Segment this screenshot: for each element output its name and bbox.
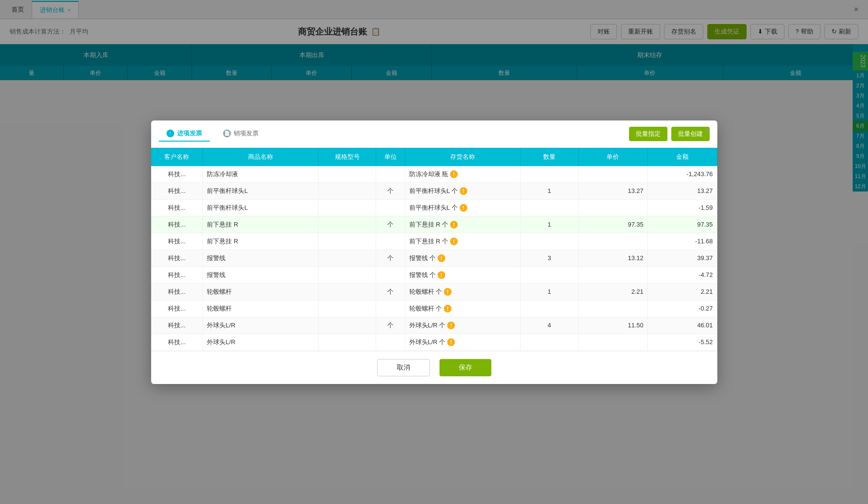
cell-amount: 2.21	[648, 283, 717, 300]
cell-price: 13.27	[578, 182, 647, 199]
table-row[interactable]: 科技... 外球头L/R 外球头L/R 个 ! -5.52	[151, 334, 717, 350]
cell-spec	[319, 166, 376, 183]
cell-unit: 个	[376, 182, 405, 199]
col-amount: 金额	[648, 148, 717, 166]
cell-customer: 科技...	[151, 250, 203, 266]
cell-qty	[521, 199, 578, 216]
table-row[interactable]: 科技... 轮毂螺杆 个 轮毂螺杆 个 ! 1 2.21 2.21	[151, 283, 717, 300]
cell-customer: 科技...	[151, 199, 203, 216]
cell-amount: -11.68	[648, 233, 717, 250]
cell-inventory: 防冻冷却液 瓶 !	[405, 166, 521, 183]
cell-product: 报警线	[203, 266, 319, 283]
tab-outgoing-invoice[interactable]: 📄 销项发票	[215, 126, 266, 142]
modal-close-button[interactable]: ×	[705, 125, 711, 135]
table-row[interactable]: 科技... 报警线 个 报警线 个 ! 3 13.12 39.37	[151, 250, 717, 266]
cell-inventory: 报警线 个 !	[405, 266, 521, 283]
cell-product: 前下悬挂 R	[203, 216, 319, 233]
cell-spec	[319, 317, 376, 334]
cell-unit	[376, 300, 405, 317]
cell-amount: 39.37	[648, 250, 717, 266]
cell-customer: 科技...	[151, 182, 203, 199]
table-row[interactable]: 科技... 轮毂螺杆 轮毂螺杆 个 ! -0.27	[151, 300, 717, 317]
warn-icon: !	[447, 322, 455, 329]
cell-inventory: 外球头L/R 个 !	[405, 334, 521, 350]
warn-icon: !	[447, 338, 455, 346]
cell-product: 外球头L/R	[203, 334, 319, 350]
outgoing-invoice-icon: 📄	[223, 130, 231, 137]
cell-unit	[376, 166, 405, 183]
col-customer: 客户名称	[151, 148, 203, 166]
cell-inventory: 前下悬挂 R 个 !	[405, 216, 521, 233]
cell-inventory: 报警线 个 !	[405, 250, 521, 266]
table-row[interactable]: 科技... 前下悬挂 R 个 前下悬挂 R 个 ! 1 97.35 97.35	[151, 216, 717, 233]
warn-icon: !	[450, 170, 458, 178]
table-row[interactable]: 科技... 前下悬挂 R 前下悬挂 R 个 ! -11.68	[151, 233, 717, 250]
cancel-button[interactable]: 取消	[377, 359, 430, 376]
modal-header: ↑ 进项发票 📄 销项发票 批量指定 批量创建 ×	[151, 120, 717, 148]
invoice-table: 客户名称 商品名称 规格型号 单位 存货名称 数量 单价 金额 科技... 防冻…	[151, 148, 717, 351]
cell-spec	[319, 233, 376, 250]
cell-customer: 科技...	[151, 216, 203, 233]
table-row[interactable]: 科技... 外球头L/R 个 外球头L/R 个 ! 4 11.50 46.01	[151, 317, 717, 334]
cell-price: 2.21	[578, 283, 647, 300]
cell-price	[578, 199, 647, 216]
cell-qty	[521, 266, 578, 283]
cell-amount: -4.72	[648, 266, 717, 283]
cell-spec	[319, 283, 376, 300]
cell-unit	[376, 334, 405, 350]
cell-customer: 科技...	[151, 317, 203, 334]
cell-qty: 1	[521, 216, 578, 233]
warn-icon: !	[438, 254, 445, 262]
batch-assign-button[interactable]: 批量指定	[629, 127, 667, 141]
cell-spec	[319, 216, 376, 233]
cell-amount: -1.59	[648, 199, 717, 216]
table-row[interactable]: 科技... 前平衡杆球头L 个 前平衡杆球头L 个 ! 1 13.27 13.2…	[151, 182, 717, 199]
col-inventory: 存货名称	[405, 148, 521, 166]
table-row[interactable]: 科技... 防冻冷却液 防冻冷却液 瓶 ! -1,243.76	[151, 166, 717, 183]
cell-unit	[376, 266, 405, 283]
tab-incoming-invoice[interactable]: ↑ 进项发票	[159, 126, 210, 142]
warn-icon: !	[438, 271, 445, 279]
cell-product: 轮毂螺杆	[203, 283, 319, 300]
cell-amount: -5.52	[648, 334, 717, 350]
cell-customer: 科技...	[151, 334, 203, 350]
cell-qty	[521, 166, 578, 183]
modal-header-actions: 批量指定 批量创建	[629, 127, 710, 141]
cell-customer: 科技...	[151, 300, 203, 317]
cell-amount: 13.27	[648, 182, 717, 199]
cell-amount: -0.27	[648, 300, 717, 317]
table-row[interactable]: 科技... 报警线 报警线 个 ! -4.72	[151, 266, 717, 283]
cell-inventory: 轮毂螺杆 个 !	[405, 300, 521, 317]
cell-spec	[319, 266, 376, 283]
col-qty: 数量	[521, 148, 578, 166]
cell-price	[578, 300, 647, 317]
cell-qty: 4	[521, 317, 578, 334]
cell-customer: 科技...	[151, 166, 203, 183]
modal-table-wrap[interactable]: 客户名称 商品名称 规格型号 单位 存货名称 数量 单价 金额 科技... 防冻…	[151, 148, 717, 351]
save-button[interactable]: 保存	[440, 359, 491, 376]
warn-icon: !	[460, 204, 467, 212]
cell-spec	[319, 300, 376, 317]
cell-product: 前下悬挂 R	[203, 233, 319, 250]
cell-product: 前平衡杆球头L	[203, 182, 319, 199]
cell-qty: 1	[521, 182, 578, 199]
batch-create-button[interactable]: 批量创建	[671, 127, 710, 141]
cell-price	[578, 334, 647, 350]
cell-customer: 科技...	[151, 283, 203, 300]
cell-spec	[319, 250, 376, 266]
cell-qty	[521, 233, 578, 250]
cell-price	[578, 166, 647, 183]
cell-customer: 科技...	[151, 233, 203, 250]
cell-price: 11.50	[578, 317, 647, 334]
modal-footer: 取消 保存	[151, 351, 717, 384]
cell-spec	[319, 199, 376, 216]
cell-product: 报警线	[203, 250, 319, 266]
cell-unit: 个	[376, 283, 405, 300]
incoming-invoice-icon: ↑	[166, 130, 174, 137]
warn-icon: !	[460, 187, 467, 195]
table-row[interactable]: 科技... 前平衡杆球头L 前平衡杆球头L 个 ! -1.59	[151, 199, 717, 216]
cell-unit: 个	[376, 317, 405, 334]
cell-inventory: 外球头L/R 个 !	[405, 317, 521, 334]
cell-inventory: 前平衡杆球头L 个 !	[405, 182, 521, 199]
cell-price	[578, 233, 647, 250]
